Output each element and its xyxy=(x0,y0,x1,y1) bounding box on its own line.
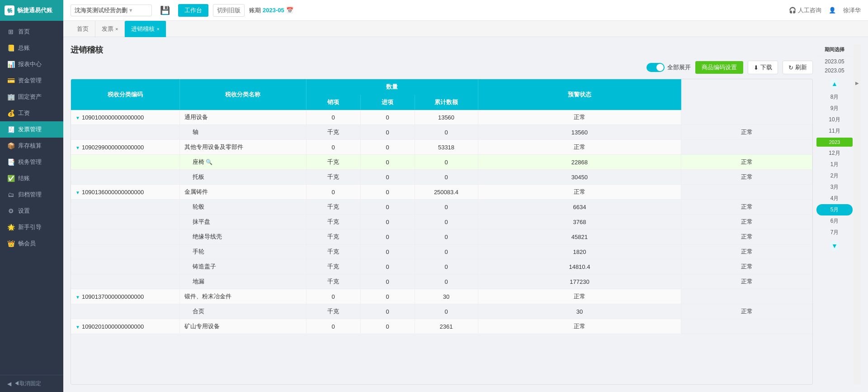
table-row: ▼1090136000000000000 金属铸件 0 0 250083.4 正… xyxy=(71,185,812,200)
row-unit: 千克 xyxy=(306,274,360,289)
calendar-icon[interactable]: 📅 xyxy=(286,7,293,14)
month-item-5月[interactable]: 5月 xyxy=(816,204,853,215)
row-name: 轮毂 xyxy=(179,200,306,215)
help-btn[interactable]: 🎧 人工咨询 xyxy=(789,6,821,14)
row-cumulative: 45821 xyxy=(478,229,681,244)
company-selector[interactable]: 沈海英测试经营勿删 ▾ xyxy=(71,5,152,16)
row-name: 金属铸件 xyxy=(179,185,306,200)
product-code-btn[interactable]: 商品编码设置 xyxy=(695,61,743,74)
sidebar-item-home[interactable]: ⊞首页 xyxy=(0,24,63,40)
download-btn[interactable]: ⬇ 下载 xyxy=(748,61,778,74)
tab-close-icon[interactable]: × xyxy=(115,26,118,32)
row-cumulative: 53318 xyxy=(415,140,478,155)
period-year-2[interactable]: 2023.05 xyxy=(816,66,853,75)
month-item-10月[interactable]: 10月 xyxy=(816,114,853,125)
row-sale: 0 xyxy=(360,304,415,319)
save-draft-button[interactable]: 💾 xyxy=(156,4,174,17)
row-sale: 0 xyxy=(360,244,415,259)
sidebar-item-reports[interactable]: 📊报表中心 xyxy=(0,56,63,72)
switch-version-button[interactable]: 切到旧版 xyxy=(213,4,245,17)
row-warning: 正常 xyxy=(681,244,812,259)
row-code xyxy=(71,215,179,229)
sidebar-item-funds[interactable]: 💳资金管理 xyxy=(0,72,63,89)
sidebar-logo: 畅 畅捷通易代账 xyxy=(0,0,63,21)
month-item-12月[interactable]: 12月 xyxy=(816,148,853,159)
panel-collapse-btn[interactable]: ▶ xyxy=(854,44,861,385)
sidebar-item-tax[interactable]: 📑税务管理 xyxy=(0,154,63,170)
month-item-1月[interactable]: 1月 xyxy=(816,159,853,170)
sidebar-item-salary[interactable]: 💰工资 xyxy=(0,105,63,121)
sidebar-item-ledger[interactable]: 📒总账 xyxy=(0,40,63,56)
tab-label: 进销稽核 xyxy=(131,25,155,33)
tab-发票[interactable]: 发票× xyxy=(95,21,125,37)
sidebar-item-settlement[interactable]: ✅结账 xyxy=(0,170,63,186)
row-cumulative: 13560 xyxy=(415,110,478,125)
tab-进销稽核[interactable]: 进销稽核× xyxy=(125,21,166,37)
user-avatar-icon: 👤 xyxy=(829,7,836,14)
month-item-3月[interactable]: 3月 xyxy=(816,182,853,193)
period-up-btn[interactable]: ▲ xyxy=(830,79,840,89)
month-item-11月[interactable]: 11月 xyxy=(816,125,853,137)
sidebar-item-archive[interactable]: 🗂归档管理 xyxy=(0,186,63,203)
row-cumulative: 6634 xyxy=(478,200,681,215)
row-sale: 0 xyxy=(360,229,415,244)
refresh-btn[interactable]: ↻ 刷新 xyxy=(783,61,813,74)
row-code: ▼1090201000000000000 xyxy=(71,319,179,334)
search-icon[interactable]: 🔍 xyxy=(206,159,212,165)
month-item-4月[interactable]: 4月 xyxy=(816,193,853,204)
month-item-9月[interactable]: 9月 xyxy=(816,103,853,114)
data-table-wrap: 税收分类编码 税收分类名称 数量 预警状态 销项 进项 累计数额 ▼10 xyxy=(71,79,813,385)
company-name: 沈海英测试经营勿删 xyxy=(75,6,127,14)
month-item-7月[interactable]: 7月 xyxy=(816,227,853,238)
table-row: 抹平盘 千克 0 0 3768 正常 xyxy=(71,215,812,229)
inventory-icon: 📦 xyxy=(7,142,14,149)
table-row: 轮毂 千克 0 0 6634 正常 xyxy=(71,200,812,215)
month-item-8月[interactable]: 8月 xyxy=(816,91,853,103)
col-header-quantity-group: 数量 xyxy=(306,79,478,95)
help-label: 人工咨询 xyxy=(798,6,821,14)
row-purchase: 0 xyxy=(360,110,415,125)
row-unit: 千克 xyxy=(306,244,360,259)
row-sale: 0 xyxy=(360,155,415,170)
period-down-btn[interactable]: ▼ xyxy=(830,241,840,251)
tab-首页[interactable]: 首页 xyxy=(71,21,95,37)
sidebar-item-invoice[interactable]: 🧾发票管理 xyxy=(0,121,63,138)
row-purchase: 0 xyxy=(415,125,478,140)
sidebar-item-label: 总账 xyxy=(18,44,30,52)
funds-icon: 💳 xyxy=(7,77,14,84)
table-row: 座椅 🔍 千克 0 0 22868 正常 xyxy=(71,155,812,170)
period-panel: 期间选择 2023.05 2023.05 ▲ 8月9月10月11月202312月… xyxy=(816,44,853,385)
sidebar-item-assets[interactable]: 🏢固定资产 xyxy=(0,89,63,105)
row-sale: 0 xyxy=(360,200,415,215)
tab-close-icon[interactable]: × xyxy=(156,26,159,32)
period-year-1[interactable]: 2023.05 xyxy=(816,57,853,66)
row-purchase: 0 xyxy=(415,200,478,215)
settings-icon: ⚙ xyxy=(7,207,14,215)
row-unit: 千克 xyxy=(306,229,360,244)
month-item-2月[interactable]: 2月 xyxy=(816,170,853,182)
row-sale: 0 xyxy=(360,215,415,229)
row-sale: 0 xyxy=(360,170,415,185)
row-unit: 千克 xyxy=(306,215,360,229)
sidebar-item-guide[interactable]: 🌟新手引导 xyxy=(0,219,63,235)
row-unit: 千克 xyxy=(306,125,360,140)
settlement-icon: ✅ xyxy=(7,175,14,182)
sidebar-item-inventory[interactable]: 📦库存核算 xyxy=(0,138,63,154)
period-panel-title: 期间选择 xyxy=(816,44,853,56)
row-cumulative: 250083.4 xyxy=(415,185,478,200)
expand-all-toggle[interactable] xyxy=(646,63,665,72)
sidebar-bottom-btn[interactable]: ◀ ◀取消固定 xyxy=(0,375,63,392)
table-row: ▼1090201000000000000 矿山专用设备 0 0 2361 正常 xyxy=(71,319,812,334)
workbench-button[interactable]: 工作台 xyxy=(178,4,208,17)
sidebar-item-member[interactable]: 👑畅会员 xyxy=(0,235,63,252)
content-area: 进销稽核 全部展开 商品编码设置 ⬇ 下载 ↻ 刷新 xyxy=(63,37,868,392)
row-code xyxy=(71,125,179,140)
month-item-6月[interactable]: 6月 xyxy=(816,215,853,227)
sidebar-item-settings[interactable]: ⚙设置 xyxy=(0,203,63,219)
unpin-label: ◀取消固定 xyxy=(14,380,41,387)
row-purchase: 0 xyxy=(415,215,478,229)
logo-icon: 畅 xyxy=(5,5,14,15)
row-name: 铸造盖子 xyxy=(179,259,306,274)
row-warning: 正常 xyxy=(478,140,681,155)
sidebar: 畅 畅捷通易代账 ⊞首页📒总账📊报表中心💳资金管理🏢固定资产💰工资🧾发票管理📦库… xyxy=(0,0,63,392)
